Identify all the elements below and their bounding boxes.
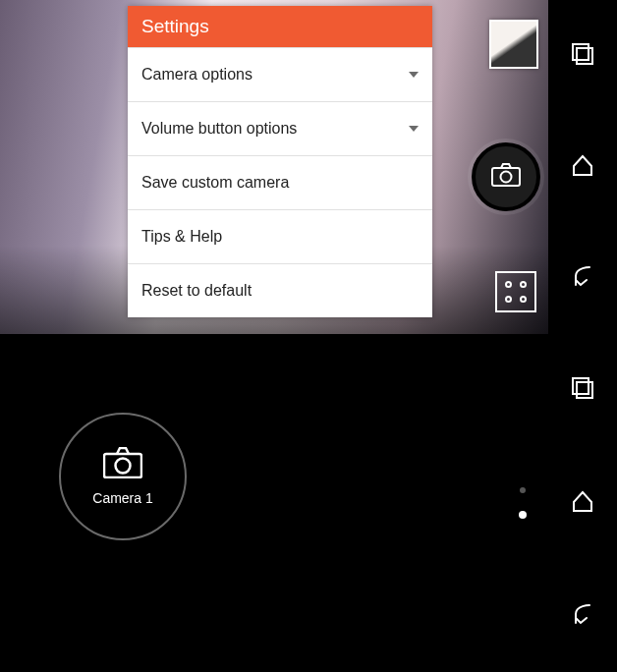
camera-mode-button[interactable]: Camera 1 bbox=[59, 413, 187, 540]
mode-menu-button[interactable] bbox=[495, 271, 536, 312]
svg-rect-3 bbox=[577, 48, 592, 64]
camera-mode-label: Camera 1 bbox=[92, 490, 152, 506]
camera-icon bbox=[491, 163, 521, 191]
settings-item-label: Reset to default bbox=[141, 282, 252, 300]
settings-item-tips-help[interactable]: Tips & Help bbox=[128, 209, 432, 263]
page-dot-active bbox=[519, 511, 527, 519]
recent-apps-icon[interactable] bbox=[570, 375, 595, 405]
svg-rect-6 bbox=[573, 378, 589, 394]
chevron-down-icon bbox=[409, 72, 419, 78]
back-icon[interactable] bbox=[570, 601, 595, 631]
settings-item-label: Camera options bbox=[141, 66, 252, 84]
svg-point-5 bbox=[116, 459, 131, 474]
chevron-down-icon bbox=[409, 126, 419, 132]
page-indicator bbox=[519, 487, 527, 519]
gallery-thumbnail[interactable] bbox=[489, 20, 538, 69]
svg-point-1 bbox=[501, 172, 512, 183]
grid-icon bbox=[505, 281, 527, 303]
back-icon[interactable] bbox=[570, 263, 595, 293]
android-navbar bbox=[548, 0, 617, 334]
screenshot-top: Settings Camera options Volume button op… bbox=[0, 0, 617, 334]
settings-item-label: Save custom camera bbox=[141, 174, 289, 192]
svg-rect-2 bbox=[573, 44, 589, 60]
page-dot bbox=[520, 487, 526, 493]
svg-rect-7 bbox=[577, 382, 592, 398]
settings-title: Settings bbox=[128, 6, 432, 47]
settings-item-label: Tips & Help bbox=[141, 228, 222, 246]
settings-item-camera-options[interactable]: Camera options bbox=[128, 47, 432, 101]
settings-item-reset[interactable]: Reset to default bbox=[128, 263, 432, 317]
screenshot-bottom: Camera 1 bbox=[0, 334, 617, 672]
android-navbar bbox=[548, 334, 617, 672]
settings-item-volume-button[interactable]: Volume button options bbox=[128, 101, 432, 155]
camera-icon bbox=[103, 447, 142, 482]
home-icon[interactable] bbox=[570, 152, 595, 182]
shutter-button[interactable] bbox=[472, 142, 540, 211]
settings-item-label: Volume button options bbox=[141, 120, 297, 138]
home-icon[interactable] bbox=[570, 488, 595, 518]
recent-apps-icon[interactable] bbox=[570, 41, 595, 71]
settings-panel: Settings Camera options Volume button op… bbox=[128, 6, 432, 317]
settings-item-save-custom[interactable]: Save custom camera bbox=[128, 155, 432, 209]
